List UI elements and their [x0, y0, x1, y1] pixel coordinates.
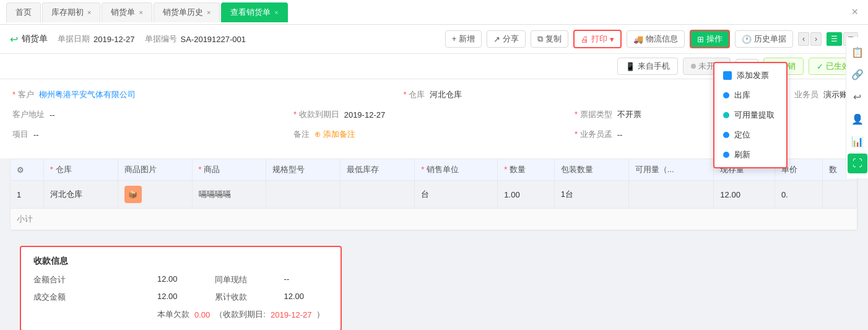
menu-item-outbound[interactable]: 出库 — [714, 85, 786, 105]
cell-qty: 1.00 — [498, 181, 554, 209]
doc-date-field: 单据日期 2019-12-27 — [58, 33, 135, 45]
cumulative-value: 12.00 — [284, 290, 305, 304]
tab-inventory-init-label: 库存期初 — [51, 7, 84, 18]
print-button[interactable]: 🖨 打印 ▾ — [573, 30, 622, 48]
doc-type-label: 销货单 — [22, 33, 48, 45]
nav-arrows: ‹ › — [798, 32, 822, 46]
right-sidebar: 📋 🔗 ↩ 👤 📊 ⛶ — [846, 37, 868, 178]
col-unit: 销售单位 — [415, 159, 498, 181]
due-date-value: 2019-12-27 — [344, 110, 386, 119]
mobile-icon: 📱 — [625, 62, 635, 71]
tabs-bar: 首页 库存期初 × 销货单 × 销货单历史 × 查看销货单 × × — [0, 0, 868, 25]
sidebar-icon-doc[interactable]: 📋 — [848, 42, 867, 62]
cell-warehouse: 河北仓库 — [43, 181, 118, 209]
col-qty: 数量 — [498, 159, 554, 181]
prev-arrow[interactable]: ‹ — [798, 32, 809, 46]
settings-icon[interactable]: ⚙ — [17, 165, 24, 175]
col-product: 商品 — [192, 159, 266, 181]
sidebar-icon-return[interactable]: ↩ — [848, 87, 867, 106]
debt-row: 本单欠款 0.00 （收款到期日: 2019-12-27 ） — [157, 308, 328, 321]
doc-number-value: SA-20191227-001 — [181, 35, 246, 44]
due-date-label: 收款到期日 — [293, 109, 339, 120]
customer-field: 客户 柳州粤港平安气体有限公司 — [12, 89, 404, 100]
operation-dropdown: 添加发票 出库 可用量提取 定位 刷新 — [713, 62, 788, 168]
due-label: （收款到期日: — [215, 308, 266, 321]
print-icon: 🖨 — [581, 35, 589, 44]
tab-sales-history[interactable]: 销货单历史 × — [154, 2, 220, 22]
col-spec: 规格型号 — [266, 159, 341, 181]
refresh-label: 刷新 — [734, 149, 750, 160]
debt-value: 0.00 — [194, 309, 210, 321]
menu-item-locate[interactable]: 定位 — [714, 125, 786, 145]
available-pickup-icon — [723, 112, 729, 118]
locate-icon — [723, 132, 729, 138]
locate-label: 定位 — [734, 129, 750, 141]
customer-label: 客户 — [12, 89, 34, 100]
sidebar-icon-chart[interactable]: 📊 — [848, 131, 867, 151]
tab-sales-history-close[interactable]: × — [207, 9, 210, 16]
available-pickup-label: 可用量提取 — [734, 110, 775, 121]
debt-empty-label — [33, 308, 157, 321]
ticket-type-value: 不开票 — [617, 109, 641, 120]
tab-view-sales[interactable]: 查看销货单 × — [221, 2, 287, 22]
global-close-button[interactable]: × — [848, 6, 862, 19]
table-wrapper: ⚙ 仓库 商品图片 商品 规格型号 最低库存 销售单位 数量 包装数量 可用量（… — [10, 158, 858, 231]
ticket-type-label: 票据类型 — [575, 109, 612, 120]
customer-value[interactable]: 柳州粤港平安气体有限公司 — [39, 89, 136, 100]
share-button-label: 分享 — [503, 33, 519, 45]
operation-button-label: 操作 — [706, 33, 723, 45]
sidebar-icon-user[interactable]: 👤 — [848, 109, 867, 129]
warehouse-value: 河北仓库 — [430, 89, 462, 100]
logistics-button-label: 物流信息 — [646, 33, 678, 45]
tab-sales-order[interactable]: 销货单 × — [102, 2, 152, 22]
print-button-label: 打印 — [591, 33, 607, 45]
add-button[interactable]: + 新增 — [445, 30, 482, 48]
cell-product-img: 📦 — [118, 181, 192, 209]
cell-pkg-qty: 1台 — [554, 181, 628, 209]
menu-item-add-invoice[interactable]: 添加发票 — [714, 66, 786, 85]
menu-item-refresh[interactable]: 刷新 — [714, 145, 786, 165]
share-button[interactable]: ↗ 分享 — [487, 30, 526, 48]
address-field: 客户地址 -- — [12, 109, 293, 120]
address-label: 客户地址 — [12, 109, 45, 120]
warehouse-label: 仓库 — [404, 89, 425, 100]
copy-button-label: 复制 — [545, 33, 562, 45]
add-invoice-label: 添加发票 — [737, 70, 769, 81]
doc-number-field: 单据编号 SA-20191227-001 — [145, 33, 246, 45]
view-list-button[interactable]: ☰ — [827, 32, 842, 46]
operation-icon: ⊞ — [697, 35, 704, 44]
product-image: 📦 — [124, 186, 142, 203]
add-remark-label: 添加备注 — [323, 129, 355, 139]
col-settings[interactable]: ⚙ — [11, 159, 43, 181]
deal-value: 12.00 — [157, 290, 178, 304]
menu-item-available-pickup[interactable]: 可用量提取 — [714, 105, 786, 125]
settlement-label: 同单现结 — [215, 273, 247, 287]
tab-sales-order-close[interactable]: × — [139, 9, 142, 16]
address-value: -- — [50, 110, 55, 119]
tab-home[interactable]: 首页 — [6, 2, 41, 22]
logistics-button[interactable]: 🚚 物流信息 — [627, 30, 685, 48]
operation-button[interactable]: ⊞ 操作 — [690, 30, 730, 48]
sidebar-icon-link[interactable]: 🔗 — [848, 64, 867, 84]
tab-view-sales-close[interactable]: × — [274, 9, 278, 16]
col-warehouse: 仓库 — [43, 159, 118, 181]
tab-inventory-init[interactable]: 库存期初 × — [42, 2, 100, 22]
tab-inventory-init-close[interactable]: × — [87, 9, 91, 16]
mobile-button[interactable]: 📱 来自手机 — [617, 58, 678, 75]
history-button[interactable]: 🕐 历史单据 — [735, 30, 793, 48]
refresh-icon — [723, 152, 729, 158]
logistics-icon: 🚚 — [633, 35, 643, 44]
sales-value: -- — [617, 130, 623, 139]
cell-min-stock — [341, 181, 415, 209]
doc-number-label: 单据编号 — [145, 33, 177, 45]
tab-view-sales-label: 查看销货单 — [230, 7, 271, 18]
tabs-bar-right: × — [848, 6, 862, 19]
due-date: 2019-12-27 — [271, 309, 312, 321]
copy-button[interactable]: ⧉ 复制 — [531, 30, 568, 48]
doc-toolbar: + 新增 ↗ 分享 ⧉ 复制 🖨 打印 ▾ 🚚 物流信息 ⊞ 操作 🕐 历史单据… — [445, 30, 858, 48]
amount-row: 12.00 同单现结 -- — [157, 273, 328, 287]
add-remark-button[interactable]: ⊕ 添加备注 — [315, 129, 355, 140]
sidebar-icon-fullscreen[interactable]: ⛶ — [848, 154, 867, 173]
next-arrow[interactable]: › — [810, 32, 822, 46]
summary-title: 收款信息 — [33, 256, 328, 267]
